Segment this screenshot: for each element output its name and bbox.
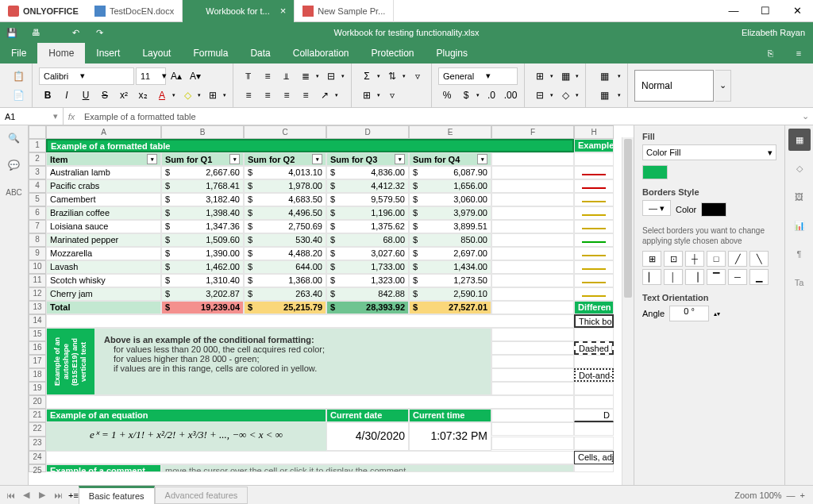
close-button[interactable]: ✕: [781, 0, 813, 22]
superscript-button[interactable]: x²: [115, 87, 133, 104]
sum-button[interactable]: Σ: [358, 67, 376, 85]
equation-header[interactable]: Example of an equation: [46, 409, 326, 422]
border-inner-button[interactable]: ┼: [685, 251, 704, 267]
table-cell[interactable]: $3,027.60: [326, 247, 409, 260]
table-cell[interactable]: Lavash: [46, 260, 161, 274]
font-color-button[interactable]: A: [153, 87, 171, 104]
table-cell[interactable]: $1,462.00: [161, 260, 244, 274]
table-cell[interactable]: $644.00: [244, 260, 326, 274]
named-range-button[interactable]: ⊞: [358, 87, 376, 104]
doc-tab-1[interactable]: TestDocEN.docx: [87, 0, 183, 22]
table-cell[interactable]: $1,390.00: [161, 247, 244, 260]
align-left-button[interactable]: ≡: [240, 87, 257, 104]
insert-cells-button[interactable]: ⊞: [531, 67, 549, 85]
total-cell[interactable]: $19,239.04: [161, 301, 244, 314]
total-cell[interactable]: $28,393.92: [326, 301, 409, 314]
font-name-select[interactable]: Calibri▾: [39, 67, 134, 85]
table-cell[interactable]: $3,202.87: [161, 287, 244, 301]
table-title[interactable]: Example of a formatted table: [46, 139, 574, 152]
spellcheck-button[interactable]: ABC: [5, 183, 24, 202]
border-all-button[interactable]: ⊞: [642, 251, 661, 267]
table-cell[interactable]: Camembert: [46, 193, 161, 206]
filter-icon[interactable]: ▾: [395, 154, 405, 164]
menu-home[interactable]: Home: [37, 43, 85, 63]
time-cell[interactable]: 1:07:32 PM: [409, 422, 491, 451]
menu-formula[interactable]: Formula: [182, 43, 239, 63]
autoshape[interactable]: Example of an autoshape (B15:E19) and ve…: [46, 328, 491, 395]
sheet-tab-active[interactable]: Basic features: [79, 486, 155, 505]
sheet-last-button[interactable]: ⏭: [51, 488, 65, 502]
cell-style-select[interactable]: Normal: [634, 70, 714, 102]
table-cell[interactable]: $1,509.60: [161, 233, 244, 247]
conditional-format-button[interactable]: ▦: [557, 67, 574, 85]
copy-button[interactable]: 📋: [10, 67, 27, 85]
table-cell[interactable]: $263.40: [244, 287, 326, 301]
table-cell[interactable]: $1,733.00: [326, 260, 409, 274]
col-header[interactable]: C: [244, 125, 326, 139]
table-cell[interactable]: Brazilian coffee: [46, 206, 161, 220]
percent-button[interactable]: %: [438, 87, 456, 104]
undo-button[interactable]: ↶: [64, 22, 87, 43]
table-cell[interactable]: $4,488.20: [244, 247, 326, 260]
border-none-button[interactable]: ⊡: [664, 251, 683, 267]
menu-layout[interactable]: Layout: [131, 43, 182, 63]
table-cell[interactable]: Australian lamb: [46, 166, 161, 179]
table-cell[interactable]: $1,273.50: [409, 274, 491, 287]
sheet-next-button[interactable]: ▶: [35, 488, 49, 502]
table-cell[interactable]: $2,750.69: [244, 220, 326, 233]
close-icon[interactable]: ×: [280, 5, 287, 17]
decrease-decimal-button[interactable]: .0: [483, 87, 500, 104]
format-table-button[interactable]: ▦: [592, 87, 616, 104]
table-cell[interactable]: $850.00: [409, 233, 491, 247]
textart-settings-button[interactable]: Ta: [788, 271, 811, 294]
redo-button[interactable]: ↷: [87, 22, 111, 43]
filter-icon[interactable]: ▾: [229, 154, 240, 164]
merge-button[interactable]: ⊟: [322, 67, 340, 85]
save-button[interactable]: 💾: [0, 22, 24, 43]
table-cell[interactable]: $1,434.00: [409, 260, 491, 274]
border-top-button[interactable]: ▔: [707, 269, 726, 285]
cell-settings-button[interactable]: ▦: [788, 129, 811, 151]
table-cell[interactable]: $4,013.10: [244, 166, 326, 179]
total-label[interactable]: Total: [46, 301, 161, 314]
fx-icon[interactable]: fx: [64, 112, 79, 121]
table-cell[interactable]: $3,899.51: [409, 220, 491, 233]
align-justify-button[interactable]: ≡: [297, 87, 314, 104]
fill-color-button[interactable]: ◇: [179, 87, 196, 104]
view-settings-button[interactable]: ≡: [784, 43, 813, 63]
table-cell[interactable]: Marinated pepper: [46, 233, 161, 247]
filter-icon[interactable]: ▾: [312, 154, 322, 164]
col-header[interactable]: D: [326, 125, 409, 139]
paste-button[interactable]: 📄: [10, 87, 27, 104]
sheet-prev-button[interactable]: ◀: [19, 488, 33, 502]
date-cell[interactable]: 4/30/2020: [326, 422, 409, 451]
decrease-font-button[interactable]: A▾: [187, 67, 204, 85]
fill-color-drop[interactable]: ▾: [196, 87, 202, 104]
table-cell[interactable]: $1,323.00: [326, 274, 409, 287]
image-settings-button[interactable]: 🖼: [788, 186, 811, 208]
angle-input[interactable]: 0 °: [669, 306, 709, 321]
angle-spinner[interactable]: ▴▾: [714, 310, 720, 317]
font-size-select[interactable]: 11▾: [136, 67, 166, 85]
border-right-button[interactable]: ▕: [685, 269, 704, 285]
filter-icon[interactable]: ▾: [477, 154, 487, 164]
menu-file[interactable]: File: [0, 43, 37, 63]
formula-input[interactable]: Example of a formatted table: [79, 112, 797, 121]
wrap-text-button[interactable]: ≣: [297, 67, 314, 85]
username[interactable]: Elizabeth Rayan: [742, 28, 813, 37]
table-cell[interactable]: Cherry jam: [46, 287, 161, 301]
menu-protection[interactable]: Protection: [360, 43, 426, 63]
align-top-button[interactable]: ⫪: [240, 67, 257, 85]
align-middle-button[interactable]: ≡: [259, 67, 276, 85]
minimize-button[interactable]: —: [718, 0, 749, 22]
table-cell[interactable]: $1,375.62: [326, 220, 409, 233]
table-cell[interactable]: $1,398.40: [161, 206, 244, 220]
table-cell[interactable]: $2,697.00: [409, 247, 491, 260]
border-diag-up-button[interactable]: ╱: [728, 251, 747, 267]
table-cell[interactable]: Scotch whisky: [46, 274, 161, 287]
border-style-select[interactable]: — ▾: [642, 200, 671, 216]
accounting-button[interactable]: $: [457, 87, 475, 104]
open-location-button[interactable]: ⎘: [756, 43, 784, 63]
menu-plugins[interactable]: Plugins: [426, 43, 479, 63]
table-cell[interactable]: Pacific crabs: [46, 179, 161, 193]
